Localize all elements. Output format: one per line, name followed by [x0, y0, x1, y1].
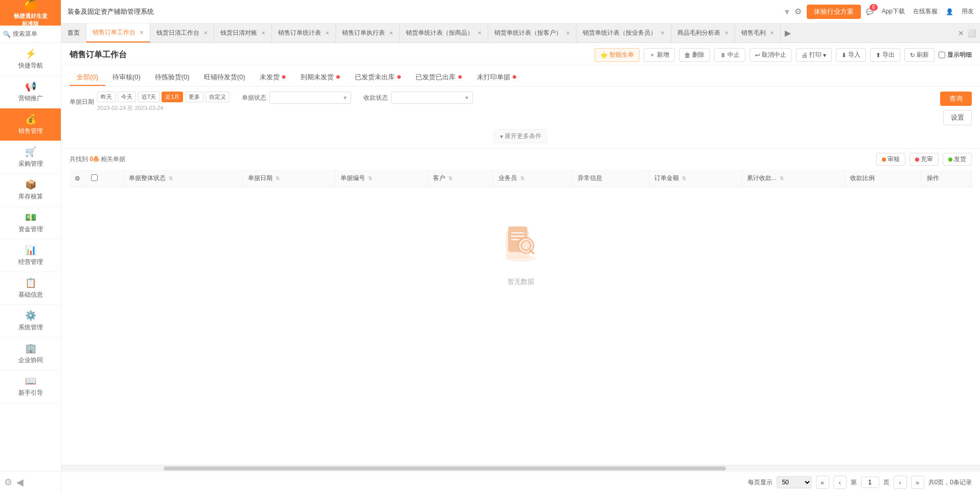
experience-btn[interactable]: 体验行业方案	[807, 5, 861, 19]
tab-cash-daily[interactable]: 钱货日清工作台 ✕	[150, 24, 214, 42]
filter-tab-overdue[interactable]: 到期未发货 ●	[293, 70, 348, 86]
payment-select[interactable]: ▾	[391, 92, 473, 104]
set-btn[interactable]: 设置	[943, 110, 972, 125]
sidebar-item-finance[interactable]: 💵 资金管理	[0, 207, 61, 239]
filter-tab-pending-inspect[interactable]: 待拣验货(0)	[148, 70, 197, 86]
date-more-btn[interactable]: 更多	[185, 92, 203, 102]
smart-create-btn[interactable]: ⭐ 智能生单	[595, 48, 640, 62]
tab-sales-stat[interactable]: 销售订单统计表 ✕	[272, 24, 336, 42]
col-setting[interactable]: ⚙	[70, 170, 86, 187]
sidebar-item-basic[interactable]: 📋 基础信息	[0, 272, 61, 305]
first-page-btn[interactable]: «	[816, 476, 829, 489]
sidebar-item-quick-nav[interactable]: ⚡ 快捷导航	[0, 43, 61, 76]
sidebar-item-enterprise[interactable]: 🏢 企业协同	[0, 338, 61, 370]
filter-tab-not-printed[interactable]: 未打印单据 ●	[470, 70, 524, 86]
scrollbar-thumb[interactable]	[164, 466, 726, 470]
status-select[interactable]: ▾	[269, 92, 351, 104]
sort-staff-icon[interactable]: ⇅	[520, 175, 525, 181]
tab-sales-rate[interactable]: 销售毛利 ✕	[735, 24, 781, 42]
tab-close-sales-by-customer[interactable]: ✕	[566, 30, 570, 36]
export-btn[interactable]: ⬆ 导出	[870, 48, 900, 62]
sort-collected-icon[interactable]: ⇅	[780, 175, 784, 181]
sidebar-item-marketing[interactable]: 📢 营销推广	[0, 76, 61, 108]
next-page-btn[interactable]: ›	[894, 476, 907, 489]
sort-customer-icon[interactable]: ⇅	[448, 175, 452, 181]
check-all-checkbox[interactable]	[91, 174, 98, 181]
filter-tab-shipped-stored[interactable]: 已发货已出库 ●	[408, 70, 469, 86]
filter-tab-pending-review[interactable]: 待审核(0)	[105, 70, 148, 86]
show-detail-checkbox-label[interactable]: 显示明细	[939, 51, 972, 59]
batch-review-btn[interactable]: 审核	[876, 153, 905, 166]
refresh-btn[interactable]: ↻ 刷新	[904, 48, 935, 62]
last-page-btn[interactable]: »	[911, 476, 924, 489]
sidebar-item-ops[interactable]: 📊 经营管理	[0, 239, 61, 272]
sort-date-icon[interactable]: ⇅	[276, 175, 280, 181]
page-title: 销售订单工作台	[70, 50, 127, 60]
tab-sales-by-staff[interactable]: 销货单统计表（按业务员） ✕	[577, 24, 671, 42]
tab-nav-more[interactable]: ▶	[781, 24, 795, 42]
tab-close-sales-by-staff[interactable]: ✕	[660, 30, 665, 36]
filter-tabs: 全部(0) 待审核(0) 待拣验货(0) 旺铺待发货(0) 未发货 ● 到期未发…	[61, 65, 980, 86]
batch-unreviewed-btn[interactable]: 充审	[909, 153, 939, 166]
close-all-tabs-icon[interactable]: ⬜	[967, 29, 976, 37]
sidebar-item-system[interactable]: ⚙️ 系统管理	[0, 305, 61, 338]
sidebar-item-sales[interactable]: 💰 销售管理	[0, 108, 61, 141]
date-7days-btn[interactable]: 近7天	[138, 92, 159, 102]
sort-amount-icon[interactable]: ⇅	[682, 175, 686, 181]
filter-tab-shipped-not-stored[interactable]: 已发货未出库 ●	[348, 70, 408, 86]
sidebar-item-inventory[interactable]: 📦 库存核算	[0, 174, 61, 207]
tab-close-sales-stat[interactable]: ✕	[325, 30, 329, 36]
add-btn[interactable]: ＋ 新增	[644, 48, 675, 62]
date-custom-btn[interactable]: 自定义	[206, 92, 230, 102]
page-size-select[interactable]: 50 10 20 100	[777, 476, 812, 488]
sort-number-icon[interactable]: ⇅	[368, 175, 372, 181]
tab-home[interactable]: 首页	[61, 24, 86, 42]
tab-sales-by-product[interactable]: 销货单统计表（按商品） ✕	[400, 24, 488, 42]
col-check[interactable]	[86, 170, 124, 187]
date-today-btn[interactable]: 今天	[118, 92, 136, 102]
date-1month-btn[interactable]: 近1月	[162, 92, 183, 102]
tab-close-cash-daily[interactable]: ✕	[203, 30, 208, 36]
expand-more-btn[interactable]: ▾ 展开更多条件	[494, 129, 547, 143]
pause-btn[interactable]: ⏸ 中止	[714, 48, 745, 62]
date-yesterday-btn[interactable]: 昨天	[97, 92, 116, 102]
query-btn[interactable]: 查询	[940, 92, 972, 106]
prev-page-btn[interactable]: ‹	[833, 476, 847, 489]
sort-status-icon[interactable]: ⇅	[169, 175, 173, 181]
tab-gross-profit[interactable]: 商品毛利分析表 ✕	[671, 24, 735, 42]
collapse-icon[interactable]: ◀	[16, 477, 24, 488]
tab-cash-reconcile[interactable]: 钱货日清对账 ✕	[214, 24, 272, 42]
print-btn[interactable]: 🖨 打印 ▾	[796, 48, 832, 62]
message-badge-wrap[interactable]: 💬 6	[866, 8, 874, 15]
page-number-input[interactable]	[861, 477, 879, 488]
header-gear-icon[interactable]: ⚙	[794, 7, 802, 16]
online-service-link[interactable]: 在线客服	[913, 7, 938, 16]
import-btn[interactable]: ⬇ 导入	[836, 48, 866, 62]
settings-bottom-icon[interactable]: ⚙	[4, 477, 12, 488]
tab-close-sales-rate[interactable]: ✕	[770, 30, 774, 36]
horizontal-scrollbar[interactable]	[61, 465, 980, 471]
tab-close-sales-by-product[interactable]: ✕	[477, 30, 482, 36]
tab-close-cash-reconcile[interactable]: ✕	[261, 30, 265, 36]
sidebar-item-guide[interactable]: 📖 新手引导	[0, 370, 61, 403]
delete-btn[interactable]: 🗑 删除	[679, 48, 710, 62]
tab-close-gross-profit[interactable]: ✕	[724, 30, 728, 36]
tab-sales-workbench[interactable]: 销售订单工作台 ✕	[86, 24, 150, 42]
filter-tab-all[interactable]: 全部(0)	[70, 70, 105, 86]
filter-tab-not-shipped[interactable]: 未发货 ●	[253, 70, 293, 86]
show-detail-checkbox[interactable]	[939, 52, 945, 58]
tab-close-sales-exec[interactable]: ✕	[389, 30, 393, 36]
tab-sales-by-customer[interactable]: 销货单统计表（按客户） ✕	[488, 24, 577, 42]
sidebar-item-purchase[interactable]: 🛒 采购管理	[0, 141, 61, 174]
payment-select-dropdown-icon: ▾	[465, 94, 468, 101]
cancel-pause-btn[interactable]: ↩ 取消中止	[749, 48, 792, 62]
filter-tab-wangpu[interactable]: 旺铺待发货(0)	[197, 70, 253, 86]
filter-tab-all-label: 全部(0)	[77, 73, 98, 81]
close-current-tab-icon[interactable]: ✕	[958, 29, 964, 37]
tab-sales-exec[interactable]: 销售订单执行表 ✕	[336, 24, 400, 42]
sidebar-search[interactable]: 🔍 搜索菜单	[0, 26, 61, 43]
batch-ship-btn[interactable]: 发货	[943, 153, 972, 166]
tab-close-sales-workbench[interactable]: ✕	[140, 30, 144, 35]
app-download-link[interactable]: App下载	[882, 7, 905, 16]
dropdown-arrow-icon[interactable]: ▾	[785, 6, 789, 17]
